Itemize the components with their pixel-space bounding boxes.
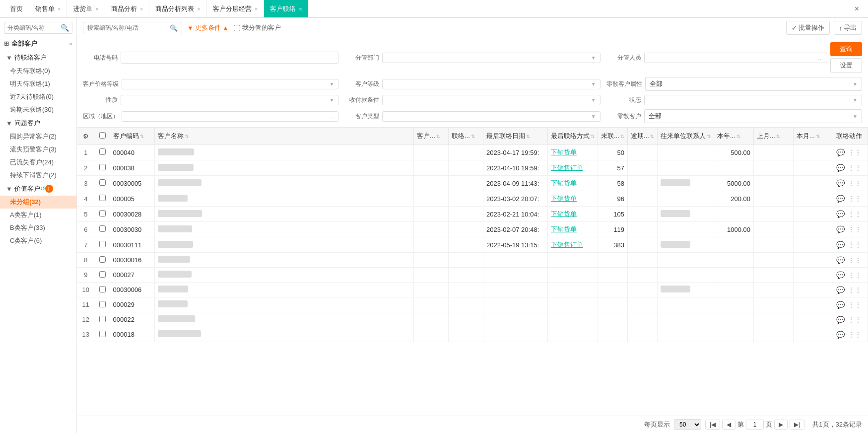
sidebar-group-pending[interactable]: ▼ 待联络客户 [0,51,76,65]
type-sort-icon[interactable]: ⇅ [436,134,440,139]
cell-checkbox[interactable] [95,222,110,237]
sidebar-item-a-type[interactable]: A类客户(1) [0,209,76,221]
sidebar-item-b-type[interactable]: B类客户(33) [0,221,76,234]
last-method-link[interactable]: 下销售订单 [551,164,583,171]
zero-attr-select[interactable]: 全部 ▼ [645,77,862,91]
page-input[interactable] [746,420,764,430]
last-method-link[interactable]: 下销货单 [551,179,577,187]
sidebar-item-overdue[interactable]: 逾期未联络(30) [0,103,76,116]
cell-checkbox[interactable] [95,176,110,191]
action-more-icon[interactable]: ⋮⋮ [848,316,862,324]
sidebar-item-lost[interactable]: 已流失客户(24) [0,156,76,169]
action-chat-icon[interactable]: 💬 [836,225,845,233]
sidebar-search-box[interactable]: 🔍 [4,22,72,34]
search-input[interactable] [87,24,170,31]
th-checkbox[interactable] [95,128,110,145]
tab-analysis-close[interactable]: × [140,6,143,12]
action-chat-icon[interactable]: 💬 [836,164,845,172]
action-chat-icon[interactable]: 💬 [836,316,845,324]
action-chat-icon[interactable]: 💬 [836,331,845,339]
query-button[interactable]: 查询 [830,42,862,56]
action-chat-icon[interactable]: 💬 [836,195,845,203]
tab-purchase[interactable]: 进货单 × [67,0,105,18]
tab-purchase-close[interactable]: × [95,6,98,12]
cell-checkbox[interactable] [95,268,110,283]
overdue-sort-icon[interactable]: ⇅ [650,134,654,139]
tab-customer-tier[interactable]: 客户分层经营 × [207,0,264,18]
last-month-sort-icon[interactable]: ⇅ [776,134,780,139]
action-chat-icon[interactable]: 💬 [836,148,845,156]
sidebar-search-input[interactable] [7,24,61,31]
cell-checkbox[interactable] [95,207,110,222]
page-next-btn[interactable]: ▶ [774,420,788,430]
tab-home[interactable]: 首页 [4,0,29,18]
action-more-icon[interactable]: ⋮⋮ [848,301,862,309]
code-sort-icon[interactable]: ⇅ [140,134,144,139]
cell-checkbox[interactable] [95,327,110,342]
nature-select[interactable]: ▼ [121,95,338,105]
this-month-sort-icon[interactable]: ⇅ [816,134,820,139]
action-more-icon[interactable]: ⋮⋮ [848,225,862,233]
sidebar-item-today[interactable]: 今天待联络(0) [0,65,76,77]
sidebar-group-problem[interactable]: ▼ 问题客户 [0,116,76,130]
tab-sales-close[interactable]: × [58,6,61,12]
last-method-sort-icon[interactable]: ⇅ [591,134,595,139]
window-close-button[interactable]: × [850,4,864,13]
action-more-icon[interactable]: ⋮⋮ [848,241,862,249]
action-more-icon[interactable]: ⋮⋮ [848,210,862,218]
name-sort-icon[interactable]: ⇅ [185,134,189,139]
select-all-checkbox[interactable] [99,132,106,139]
sidebar-collapse-icon[interactable]: « [69,40,72,47]
zero-cust-select[interactable]: 全部 ▼ [644,109,862,123]
tab-analysis-list[interactable]: 商品分析列表 × [149,0,206,18]
action-more-icon[interactable]: ⋮⋮ [848,331,862,339]
action-more-icon[interactable]: ⋮⋮ [848,164,862,172]
cust-level-select[interactable]: ▼ [382,79,600,89]
last-method-link[interactable]: 下销货单 [551,225,577,233]
action-more-icon[interactable]: ⋮⋮ [848,179,862,187]
contact-sort-icon[interactable]: ⇅ [471,134,475,139]
tab-analysis-list-close[interactable]: × [197,6,200,12]
action-more-icon[interactable]: ⋮⋮ [848,286,862,294]
cell-checkbox[interactable] [95,253,110,268]
my-customers-checkbox[interactable]: 我分管的客户 [234,23,281,32]
refresh-icon[interactable]: ↺ [40,185,45,192]
last-method-link[interactable]: 下销货单 [551,148,577,156]
this-year-sort-icon[interactable]: ⇅ [736,134,740,139]
payment-select[interactable]: ▼ [382,95,600,105]
last-method-link[interactable]: 下销货单 [551,195,577,202]
more-conditions-btn[interactable]: ▼ 更多条件 ▲ [187,23,229,32]
cell-checkbox[interactable] [95,191,110,207]
reset-button[interactable]: 设置 [830,58,862,73]
action-chat-icon[interactable]: 💬 [836,286,845,294]
page-prev-btn[interactable]: ◀ [722,420,735,430]
cell-checkbox[interactable] [95,237,110,253]
last-method-link[interactable]: 下销售订单 [551,241,583,248]
tab-customer-contact-close[interactable]: × [299,6,302,12]
cell-checkbox[interactable] [95,283,110,297]
cell-checkbox[interactable] [95,312,110,327]
cell-checkbox[interactable] [95,297,110,312]
price-level-select[interactable]: ▼ [122,79,338,89]
sidebar-item-abnormal[interactable]: 囤购异常客户(2) [0,130,76,143]
action-chat-icon[interactable]: 💬 [836,256,845,264]
sidebar-item-c-type[interactable]: C类客户(6) [0,234,76,247]
sidebar-item-tomorrow[interactable]: 明天待联络(1) [0,77,76,90]
action-more-icon[interactable]: ⋮⋮ [848,271,862,279]
action-chat-icon[interactable]: 💬 [836,271,845,279]
cell-checkbox[interactable] [95,145,110,160]
contacts-sort-icon[interactable]: ⇅ [707,134,711,139]
export-button[interactable]: ↑ 导出 [834,21,863,35]
cust-type-select[interactable]: ▼ [382,111,600,122]
sidebar-all-customers[interactable]: ⊞ 全部客户 « [0,37,76,51]
sidebar-item-7days[interactable]: 近7天待联络(0) [0,90,76,103]
action-chat-icon[interactable]: 💬 [836,179,845,187]
page-size-select[interactable]: 50 100 200 [674,419,701,430]
tab-sales[interactable]: 销售单 × [29,0,67,18]
tab-customer-tier-close[interactable]: × [255,6,258,12]
person-select[interactable]: … [644,53,827,63]
page-last-btn[interactable]: ▶| [790,420,804,430]
th-settings[interactable]: ⚙ [77,128,95,145]
batch-ops-button[interactable]: ✓ 批量操作 [786,21,830,35]
sidebar-item-declining[interactable]: 持续下滑客户(2) [0,169,76,182]
